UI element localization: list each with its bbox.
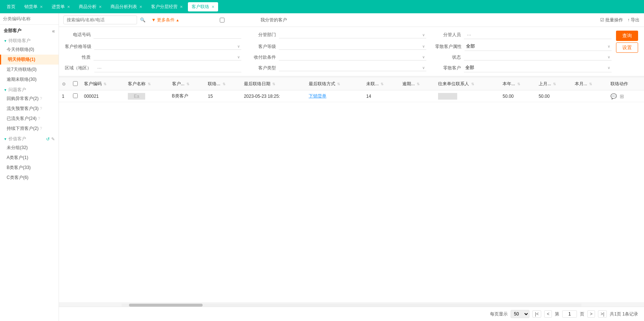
sidebar-item-class-c[interactable]: C类客户(6)	[0, 173, 59, 183]
sidebar-item-declining[interactable]: 持续下滑客户(2) ?	[0, 124, 59, 134]
last-contact-date-header[interactable]: 最后联络日期 ⇅	[241, 78, 306, 90]
manager-input[interactable]: ···	[464, 31, 612, 39]
close-icon[interactable]: ✕	[139, 5, 142, 9]
nav-product-analysis-list[interactable]: 商品分析列表 ✕	[107, 2, 146, 11]
payment-select[interactable]: ∨	[279, 54, 427, 61]
close-icon[interactable]: ✕	[211, 5, 214, 9]
customer-type-header[interactable]: 客户... ⇅	[169, 78, 205, 90]
sidebar-item-class-a[interactable]: A类客户(1)	[0, 153, 59, 163]
sidebar-item-overdue-contact[interactable]: 逾期未联络(30)	[0, 75, 59, 84]
per-page-select[interactable]: 50 100 200	[511, 310, 529, 318]
retail-customer-select[interactable]: 全部 ∨	[464, 63, 612, 72]
nav-product-analysis[interactable]: 商品分析 ✕	[75, 2, 105, 11]
select-all-checkbox[interactable]	[73, 81, 78, 86]
nav-customer-tier[interactable]: 客户分层经营 ✕	[147, 2, 186, 11]
set-button[interactable]: 设置	[616, 42, 638, 53]
nature-select[interactable]: ∨	[94, 54, 241, 61]
customer-code-header[interactable]: 客户编码 ⇅	[81, 78, 125, 90]
close-icon[interactable]: ✕	[40, 5, 43, 9]
toolbar-right: ☑ 批量操作 ↑ 导出	[600, 17, 640, 23]
sidebar-item-7days-contact[interactable]: 近7天待联络(0)	[0, 65, 59, 75]
sidebar-item-churn-warning[interactable]: 流失预警客户(3) ?	[0, 104, 59, 114]
unit-contact-header[interactable]: 往来单位联系人 ⇅	[435, 78, 500, 90]
gear-icon[interactable]: ⚙	[62, 82, 66, 87]
not-contacted-header[interactable]: 未联... ⇅	[363, 78, 399, 90]
retail-customer-label: 零散客户	[435, 65, 461, 71]
filter-cell-manager: 分管人员 ···	[435, 31, 612, 39]
region-input[interactable]: ···	[94, 64, 241, 72]
status-select[interactable]: ∨	[464, 54, 612, 61]
prev-page-button[interactable]: <	[544, 310, 552, 318]
filter-cell-phone: 电话号码	[65, 31, 241, 39]
action-cell: 💬 ⊞	[608, 90, 644, 102]
contact-cell: 15	[205, 90, 241, 102]
customer-type-select[interactable]: ∨	[279, 65, 427, 71]
my-customers-checkbox[interactable]	[185, 18, 259, 23]
search-icon[interactable]: 🔍	[140, 17, 146, 23]
chevron-down-icon: ∨	[608, 44, 610, 48]
more-conditions-button[interactable]: ▼ 更多条件 ▲	[148, 16, 182, 24]
retail-attr-select[interactable]: 全部 ∨	[465, 42, 612, 51]
this-year-header[interactable]: 本年... ⇅	[500, 78, 536, 90]
close-icon[interactable]: ✕	[180, 5, 183, 9]
sidebar-search-input[interactable]	[3, 16, 58, 21]
export-button[interactable]: ↑ 导出	[627, 17, 640, 23]
customer-tier-select[interactable]: ∨	[279, 43, 427, 50]
next-page-button[interactable]: >	[587, 310, 595, 318]
unit-contact-cell	[435, 90, 500, 102]
sort-icon: ⇅	[553, 82, 556, 86]
price-tier-select[interactable]: ∨	[94, 43, 241, 50]
sidebar-item-churned[interactable]: 已流失客户(24) ?	[0, 114, 59, 124]
last-contact-method-header[interactable]: 最后联络方式 ⇅	[306, 78, 363, 90]
export-icon: ↑	[627, 17, 630, 23]
advanced-filter-panel: 电话号码 分管部门 ∨ 分管人员	[59, 27, 644, 76]
nav-customer-contact[interactable]: 客户联络 ✕	[188, 2, 218, 11]
customer-name-cell: Ea	[125, 90, 169, 102]
chevron-down-icon: ∨	[608, 66, 610, 70]
search-input[interactable]	[63, 15, 137, 24]
row-index: 1	[59, 90, 70, 102]
sidebar-item-repurchase-abnormal[interactable]: 回购异常客户(2) ?	[0, 94, 59, 104]
customer-name-header[interactable]: 客户名称 ⇅	[125, 78, 169, 90]
overdue-header[interactable]: 逾期... ⇅	[399, 78, 435, 90]
row-checkbox[interactable]	[73, 93, 78, 98]
page-input[interactable]	[562, 310, 577, 318]
sidebar-item-tomorrow-contact[interactable]: 明天待联络(1)	[0, 55, 59, 65]
last-month-header[interactable]: 上月... ⇅	[536, 78, 572, 90]
this-month-header[interactable]: 本月... ⇅	[572, 78, 608, 90]
nav-purchase-order[interactable]: 进货单 ✕	[48, 2, 74, 11]
comment-icon[interactable]: 💬	[610, 93, 617, 99]
dots-icon[interactable]: ···	[467, 32, 471, 38]
scrollbar-thumb[interactable]	[129, 304, 203, 307]
chevron-down-icon: ∨	[237, 44, 240, 48]
first-page-button[interactable]: |<	[532, 310, 541, 318]
last-page-button[interactable]: >|	[598, 310, 607, 318]
chevron-down-icon: ∨	[422, 55, 425, 59]
filter-toolbar: 🔍 ▼ 更多条件 ▲ 我分管的客户 ☑ 批量操作 ↑ 导出	[59, 13, 644, 27]
customer-type-cell: B类客户	[169, 90, 205, 102]
sidebar-item-today-contact[interactable]: 今天待联络(0)	[0, 45, 59, 55]
edit-icon[interactable]: ✎	[51, 137, 55, 142]
dots-icon[interactable]: ···	[97, 65, 102, 71]
content-area: 🔍 ▼ 更多条件 ▲ 我分管的客户 ☑ 批量操作 ↑ 导出	[59, 13, 644, 321]
retail-attr-label: 零散客户属性	[435, 44, 462, 50]
close-icon[interactable]: ✕	[99, 5, 102, 9]
horizontal-scrollbar[interactable]	[122, 304, 581, 307]
this-year-cell: 50.00	[500, 90, 536, 102]
collapse-icon[interactable]: «	[52, 28, 55, 34]
grid-icon[interactable]: ⊞	[620, 93, 624, 99]
sidebar-item-class-b[interactable]: B类客户(33)	[0, 163, 59, 173]
dept-select[interactable]: ∨	[279, 32, 427, 38]
all-customers-label: 全部客户	[4, 28, 21, 34]
my-customers-checkbox-label[interactable]: 我分管的客户	[185, 17, 287, 23]
filter-cell-retail-attr: 零散客户属性 全部 ∨	[435, 42, 612, 51]
contact-header[interactable]: 联络... ⇅	[205, 78, 241, 90]
bulk-operation-button[interactable]: ☑ 批量操作	[600, 17, 623, 23]
refresh-icon[interactable]: ↺	[46, 137, 50, 142]
nav-sales-order[interactable]: 销货单 ✕	[21, 2, 46, 11]
sidebar-item-ungrouped[interactable]: 未分组(32)	[0, 143, 59, 153]
query-button[interactable]: 查询	[616, 31, 638, 41]
phone-input[interactable]	[94, 31, 241, 39]
nav-home[interactable]: 首页	[3, 2, 19, 11]
close-icon[interactable]: ✕	[67, 5, 70, 9]
